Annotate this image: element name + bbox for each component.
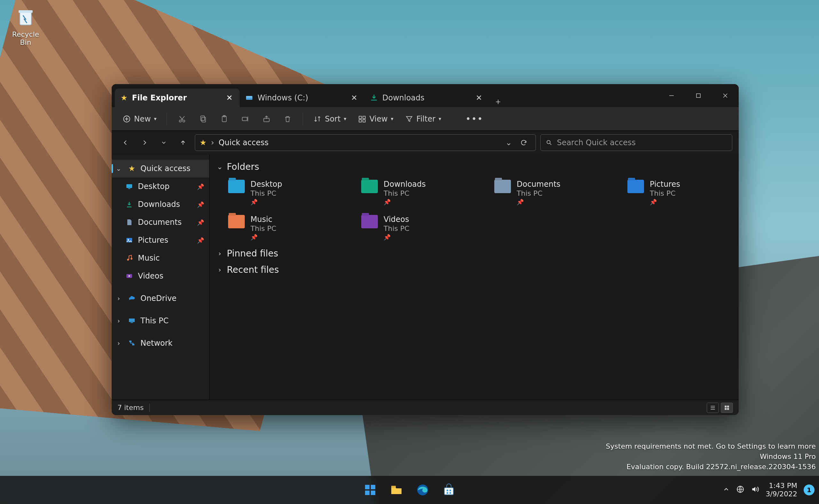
taskbar-edge[interactable] <box>413 480 433 500</box>
new-button[interactable]: New ▾ <box>118 112 161 126</box>
sidebar-item-downloads[interactable]: Downloads 📌 <box>112 195 209 213</box>
chevron-down-icon: ▾ <box>391 116 393 122</box>
group-recent-files-header[interactable]: › Recent files <box>216 264 732 275</box>
sidebar-item-this-pc[interactable]: › This PC <box>112 312 209 330</box>
svg-point-25 <box>130 258 132 260</box>
sidebar-item-quick-access[interactable]: ⌄ ★ Quick access <box>112 160 209 177</box>
tab-downloads[interactable]: Downloads ✕ <box>364 89 489 107</box>
pin-icon: 📌 <box>197 219 204 226</box>
sidebar-item-onedrive[interactable]: › OneDrive <box>112 289 209 307</box>
folder-item[interactable]: DocumentsThis PC📌 <box>492 178 620 207</box>
notification-badge[interactable]: 1 <box>804 484 815 495</box>
content-pane[interactable]: ⌄ Folders DesktopThis PC📌DownloadsThis P… <box>209 154 739 400</box>
svg-rect-9 <box>201 116 205 121</box>
tiles-view-button[interactable] <box>721 403 733 413</box>
sidebar-item-music[interactable]: Music <box>112 249 209 267</box>
folder-item[interactable]: PicturesThis PC📌 <box>626 178 739 207</box>
svg-rect-21 <box>128 188 130 189</box>
folder-icon <box>361 180 378 193</box>
folder-icon <box>228 180 245 193</box>
minimize-button[interactable] <box>658 84 685 107</box>
recent-dropdown-button[interactable] <box>156 135 171 150</box>
group-folders-header[interactable]: ⌄ Folders <box>216 161 732 172</box>
taskbar-store[interactable] <box>439 480 459 500</box>
desktop-watermark: System requirements not met. Go to Setti… <box>606 441 816 472</box>
search-box[interactable] <box>540 134 732 151</box>
details-view-button[interactable] <box>707 403 719 413</box>
taskbar-clock[interactable]: 1:43 PM 3/9/2022 <box>766 482 797 499</box>
ellipsis-icon: ••• <box>466 114 484 124</box>
watermark-line: System requirements not met. Go to Setti… <box>606 441 816 452</box>
rename-button[interactable] <box>236 112 255 126</box>
search-input[interactable] <box>557 138 727 147</box>
grid-icon <box>724 405 730 411</box>
chevron-down-icon[interactable]: ⌄ <box>506 138 512 147</box>
address-bar[interactable]: ★ › Quick access ⌄ <box>195 134 536 151</box>
maximize-button[interactable] <box>685 84 712 107</box>
paste-button[interactable] <box>215 112 233 126</box>
sort-button[interactable]: Sort ▾ <box>309 112 350 126</box>
delete-button[interactable] <box>278 112 297 126</box>
start-button[interactable] <box>360 480 380 500</box>
chevron-right-icon[interactable]: › <box>114 295 123 302</box>
folder-icon <box>627 180 644 193</box>
sort-icon <box>313 115 321 123</box>
folder-item[interactable]: VideosThis PC📌 <box>359 213 487 242</box>
sidebar-item-pictures[interactable]: Pictures 📌 <box>112 231 209 249</box>
group-pinned-files-header[interactable]: › Pinned files <box>216 248 732 259</box>
sidebar-item-desktop[interactable]: Desktop 📌 <box>112 177 209 195</box>
svg-rect-28 <box>130 322 133 323</box>
filter-button[interactable]: Filter ▾ <box>400 112 446 126</box>
drive-icon <box>245 94 253 102</box>
tab-label: Downloads <box>382 93 425 102</box>
sidebar-item-videos[interactable]: Videos <box>112 267 209 285</box>
view-button[interactable]: View ▾ <box>353 112 398 126</box>
sidebar-item-documents[interactable]: Documents 📌 <box>112 213 209 231</box>
new-tab-button[interactable]: ＋ <box>489 96 507 107</box>
sidebar-item-network[interactable]: › Network <box>112 334 209 352</box>
refresh-button[interactable] <box>516 135 531 150</box>
tab-windows-c[interactable]: Windows (C:) ✕ <box>240 89 364 107</box>
navigation-pane[interactable]: ⌄ ★ Quick access Desktop 📌 Downloads 📌 D… <box>112 154 209 400</box>
sidebar-item-label: Quick access <box>140 164 190 173</box>
paste-icon <box>220 115 228 123</box>
folder-item[interactable]: DownloadsThis PC📌 <box>359 178 487 207</box>
star-icon: ★ <box>127 164 137 173</box>
folder-location: This PC <box>517 189 561 197</box>
chevron-right-icon: › <box>216 249 224 257</box>
folder-item[interactable]: DesktopThis PC📌 <box>226 178 354 207</box>
forward-button[interactable] <box>137 135 152 150</box>
folder-item[interactable]: MusicThis PC📌 <box>226 213 354 242</box>
chevron-down-icon[interactable]: ⌄ <box>114 165 123 172</box>
cut-button[interactable] <box>173 112 191 126</box>
svg-rect-36 <box>371 485 375 489</box>
tab-file-explorer[interactable]: ★ File Explorer ✕ <box>115 89 240 107</box>
tab-close-button[interactable]: ✕ <box>350 93 358 102</box>
tab-close-button[interactable]: ✕ <box>225 93 234 102</box>
taskbar[interactable]: 1:43 PM 3/9/2022 1 <box>0 476 819 504</box>
music-icon <box>124 254 134 262</box>
window-controls <box>658 84 739 107</box>
recycle-bin-desktop-icon[interactable]: Recycle Bin <box>6 6 45 46</box>
taskbar-file-explorer[interactable] <box>386 480 406 500</box>
tray-overflow-button[interactable] <box>723 486 730 494</box>
up-button[interactable] <box>176 135 190 150</box>
network-tray-icon[interactable] <box>736 485 744 495</box>
network-icon <box>127 339 137 347</box>
clock-time: 1:43 PM <box>766 482 797 490</box>
search-icon <box>546 139 553 146</box>
more-button[interactable]: ••• <box>461 111 489 127</box>
chevron-right-icon[interactable]: › <box>114 339 123 347</box>
titlebar[interactable]: ★ File Explorer ✕ Windows (C:) ✕ Downloa… <box>112 84 739 107</box>
folders-grid: DesktopThis PC📌DownloadsThis PC📌Document… <box>226 178 732 242</box>
tab-close-button[interactable]: ✕ <box>475 93 484 102</box>
separator <box>303 113 303 125</box>
back-button[interactable] <box>118 135 133 150</box>
svg-rect-3 <box>246 96 252 98</box>
close-button[interactable] <box>712 84 739 107</box>
volume-tray-icon[interactable] <box>751 485 759 495</box>
copy-button[interactable] <box>194 112 212 126</box>
chevron-right-icon[interactable]: › <box>114 317 123 325</box>
share-button[interactable] <box>257 112 276 126</box>
filter-label: Filter <box>417 114 436 123</box>
